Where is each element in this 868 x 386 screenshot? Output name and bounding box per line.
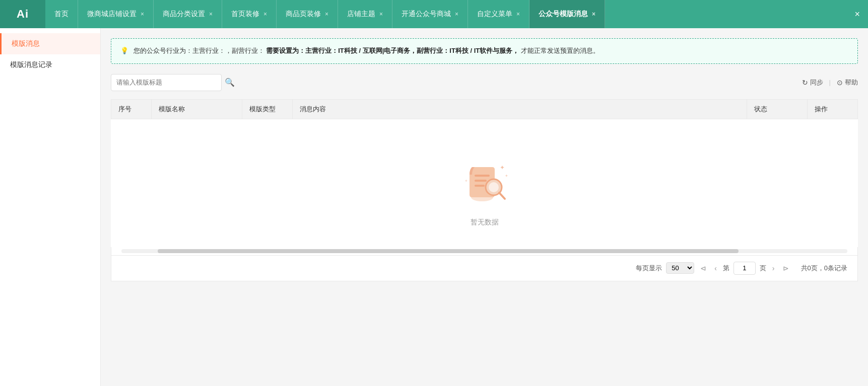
tab-close-icon[interactable]: × [516, 11, 520, 18]
search-icon: 🔍 [225, 78, 235, 87]
svg-rect-1 [475, 175, 490, 177]
col-header-status: 状态 [747, 99, 808, 119]
svg-rect-3 [475, 185, 485, 187]
notice-prefix: 您的公众号行业为：主营行业：，副营行业： [133, 47, 264, 54]
tab-home[interactable]: 首页 [45, 0, 78, 28]
svg-line-6 [499, 193, 505, 199]
tab-bar: Ai 首页微商城店铺设置×商品分类设置×首页装修×商品页装修×店铺主题×开通公众… [0, 0, 868, 28]
tab-open-wechat[interactable]: 开通公众号商城× [392, 0, 468, 28]
scroll-bar-container [111, 247, 858, 256]
data-table: 序号模版名称模版类型消息内容状态操作 [111, 99, 858, 247]
notice-icon: 💡 [120, 47, 128, 54]
tab-weshop-settings[interactable]: 微商城店铺设置× [78, 0, 154, 28]
scroll-bar-track [121, 249, 847, 253]
sidebar: 模版消息模版消息记录 [0, 28, 101, 386]
tab-label: 公众号模版消息 [539, 10, 588, 19]
empty-text: 暂无数据 [471, 218, 499, 227]
toolbar-right: ↻ 同步 | ⊙ 帮助 [802, 78, 858, 87]
tab-label: 商品页装修 [286, 10, 321, 19]
page-label: 第 [723, 264, 729, 273]
tab-close-icon[interactable]: × [592, 11, 595, 18]
svg-point-5 [489, 182, 499, 192]
svg-text:✦: ✦ [464, 179, 468, 183]
tab-close-icon[interactable]: × [325, 11, 328, 18]
help-button[interactable]: ⊙ 帮助 [837, 78, 858, 87]
svg-text:✦: ✦ [505, 174, 508, 178]
svg-text:✦: ✦ [500, 164, 505, 171]
page-size-select[interactable]: 102050100 [666, 262, 694, 274]
first-page-button[interactable]: ⊲ [698, 263, 708, 273]
next-page-button[interactable]: › [770, 263, 777, 273]
empty-illustration: ✦ ✦ ✦ [454, 149, 515, 210]
empty-state: ✦ ✦ ✦ 暂无数据 [111, 119, 858, 247]
scroll-bar-thumb[interactable] [158, 249, 739, 253]
col-header-message-content: 消息内容 [293, 99, 747, 119]
notice-highlight: 需要设置为：主营行业：IT科技 / 互联网|电子商务，副营行业：IT科技 / I… [266, 47, 519, 54]
toolbar-divider: | [829, 79, 831, 86]
sync-icon: ↻ [802, 79, 808, 87]
tab-label: 店铺主题 [347, 10, 375, 19]
svg-rect-2 [475, 180, 487, 182]
page-suffix: 页 [760, 264, 766, 273]
tab-close-icon[interactable]: × [209, 11, 213, 18]
prev-page-button[interactable]: ‹ [712, 263, 719, 273]
tab-label: 首页装修 [231, 10, 259, 19]
sync-button[interactable]: ↻ 同步 [802, 78, 823, 87]
tab-close-icon[interactable]: × [263, 11, 267, 18]
col-header-template-type: 模版类型 [242, 99, 293, 119]
tab-close-icon[interactable]: × [379, 11, 383, 18]
close-all-button[interactable]: × [846, 9, 868, 20]
content-area: 💡 您的公众号行业为：主营行业：，副营行业： 需要设置为：主营行业：IT科技 /… [101, 28, 868, 386]
sync-label: 同步 [810, 78, 823, 87]
search-bar: 🔍 ↻ 同步 | ⊙ 帮助 [111, 74, 858, 91]
tab-label: 首页 [54, 10, 69, 19]
main-container: 模版消息模版消息记录 💡 您的公众号行业为：主营行业：，副营行业： 需要设置为：… [0, 28, 868, 386]
tab-label: 开通公众号商城 [402, 10, 451, 19]
logo: Ai [0, 0, 45, 28]
help-label: 帮助 [845, 78, 858, 87]
total-label: 共0页，0条记录 [801, 264, 847, 273]
sidebar-item-template-message[interactable]: 模版消息 [0, 33, 100, 54]
logo-text: Ai [17, 8, 29, 21]
tab-product-category[interactable]: 商品分类设置× [154, 0, 222, 28]
last-page-button[interactable]: ⊳ [781, 263, 791, 273]
notice-suffix: 才能正常发送预置的消息。 [521, 47, 599, 54]
notice-box: 💡 您的公众号行业为：主营行业：，副营行业： 需要设置为：主营行业：IT科技 /… [111, 38, 858, 64]
search-button[interactable]: 🔍 [225, 78, 235, 87]
tab-custom-menu[interactable]: 自定义菜单× [468, 0, 529, 28]
tab-label: 商品分类设置 [163, 10, 205, 19]
col-header-template-name: 模版名称 [152, 99, 242, 119]
sidebar-item-template-record[interactable]: 模版消息记录 [0, 54, 100, 75]
tab-template-msg[interactable]: 公众号模版消息× [529, 0, 605, 28]
pagination: 每页显示 102050100 ⊲ ‹ 第 页 › ⊳ 共0页，0条记录 [111, 256, 858, 281]
tab-product-decor[interactable]: 商品页装修× [277, 0, 338, 28]
current-page-input[interactable] [733, 262, 756, 275]
help-icon: ⊙ [837, 79, 843, 87]
tab-label: 微商城店铺设置 [87, 10, 137, 19]
col-header-action: 操作 [808, 99, 858, 119]
page-size-label: 每页显示 [636, 264, 662, 273]
col-header-index: 序号 [111, 99, 152, 119]
tab-close-icon[interactable]: × [141, 11, 144, 18]
tab-close-icon[interactable]: × [455, 11, 458, 18]
tab-label: 自定义菜单 [477, 10, 512, 19]
search-input[interactable] [111, 74, 222, 91]
tab-home-decor[interactable]: 首页装修× [222, 0, 277, 28]
tab-shop-theme[interactable]: 店铺主题× [338, 0, 392, 28]
